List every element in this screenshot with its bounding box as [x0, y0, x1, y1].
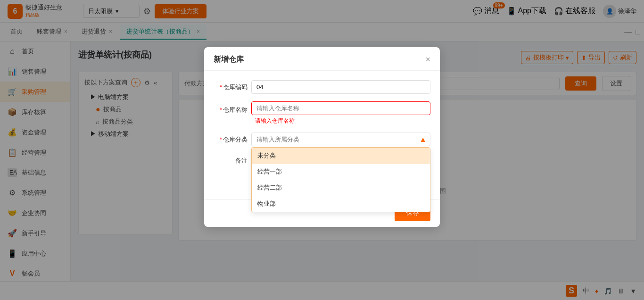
warehouse-code-label: 仓库编码 — [214, 80, 251, 92]
warehouse-name-label: 仓库名称 — [214, 103, 251, 114]
warehouse-code-row: 仓库编码 — [214, 80, 430, 94]
modal-body: 仓库编码 仓库名称 请输入仓库名称 仓库分类 ▲ — [204, 71, 440, 199]
warehouse-category-wrapper: ▲ 未分类 经营一部 经营二部 物业部 — [251, 133, 430, 146]
warehouse-name-input[interactable] — [251, 101, 430, 115]
dropdown-item-uncategorized[interactable]: 未分类 — [252, 148, 430, 164]
modal-title: 新增仓库 — [214, 55, 244, 65]
modal-close-btn[interactable]: × — [425, 55, 430, 65]
modal-overlay: 新增仓库 × 仓库编码 仓库名称 请输入仓库名称 仓库分类 — [0, 0, 644, 300]
dropdown-item-ops2[interactable]: 经营二部 — [252, 180, 430, 196]
new-warehouse-modal: 新增仓库 × 仓库编码 仓库名称 请输入仓库名称 仓库分类 — [204, 47, 440, 227]
warehouse-category-label: 仓库分类 — [214, 133, 251, 144]
category-dropdown: 未分类 经营一部 经营二部 物业部 — [251, 147, 430, 212]
chevron-up-icon[interactable]: ▲ — [419, 135, 427, 144]
warehouse-category-input[interactable] — [251, 133, 430, 146]
warehouse-category-row: 仓库分类 ▲ 未分类 经营一部 经营二部 物业部 — [214, 133, 430, 146]
warehouse-name-error: 请输入仓库名称 — [255, 116, 295, 125]
modal-header: 新增仓库 × — [204, 47, 440, 71]
notes-label: 备注 — [214, 154, 251, 165]
warehouse-name-inner: 仓库名称 — [214, 101, 430, 115]
warehouse-name-row: 仓库名称 请输入仓库名称 — [214, 101, 430, 125]
dropdown-item-property[interactable]: 物业部 — [252, 196, 430, 212]
warehouse-code-input[interactable] — [251, 80, 430, 94]
dropdown-item-ops1[interactable]: 经营一部 — [252, 164, 430, 180]
